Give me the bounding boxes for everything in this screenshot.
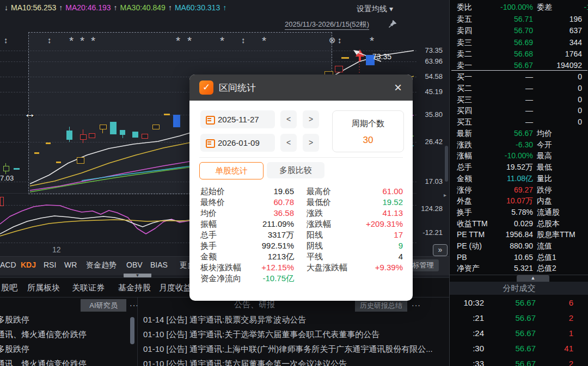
bottom-tab-基金持股[interactable]: 基金持股 [118,283,151,293]
stat-label: 最高价 [307,187,331,197]
tab-multi-stock-compare[interactable]: 多股比较 [267,162,324,178]
start-date-prev-button[interactable]: < [280,110,297,128]
start-date-next-button[interactable]: > [303,110,319,128]
remove-region-icon[interactable]: ⊗ [329,36,336,45]
stat-row: 金额1213亿平线4 [189,252,413,263]
timesales-row[interactable]: :2456.671 [450,328,588,340]
bid-row[interactable]: 买四—0 [450,106,588,117]
news-more-button[interactable]: ··· [412,301,421,309]
trade-price: 56.67 [503,298,536,307]
history-report-summary-button[interactable]: 历史研报总结 [355,299,407,312]
dialog-title: 区间统计 [219,82,256,94]
hot-event-item[interactable]: 通讯、烽火通信竞价跌停 [0,330,133,340]
announcement-item[interactable]: 01-14 [公告] 通宇通讯:股票交易异常波动公告 [143,315,448,325]
panel-resize-arrow-icon[interactable]: ▸ [444,192,446,198]
price-axis-label: 45.19 [410,88,443,96]
collapse-indicator-pane-handle[interactable]: ▼ [124,274,151,277]
price-axis-label: 73.35 [410,46,443,54]
trade-price: 56.67 [503,328,536,338]
ask-row[interactable]: 卖一56.67194092 [450,61,588,72]
bottom-tab-关联证券[interactable]: 关联证券 [72,283,105,293]
end-date-next-button[interactable]: > [303,134,319,152]
quote-side-panel: 委比-100.00%委差-1卖五56.71196卖四56.70637卖三56.6… [449,0,588,366]
hot-event-item[interactable]: 多股跌停 [0,344,133,355]
timesales-row[interactable]: :3356.672 [450,359,588,366]
ask-price: 56.70 [457,26,533,35]
left-list-scrollbar[interactable] [130,317,134,344]
timesales-row[interactable]: :3056.6741 [450,344,588,356]
bid-row[interactable]: 买五—0 [450,117,588,129]
bottom-tab-所属板块[interactable]: 所属板块 [27,283,60,293]
announcement-item[interactable]: 01-10 [公告] 通宇通讯:关于选举第六届董事会职工代表董事的公告 [143,330,448,340]
calendar-icon [206,116,215,125]
end-date-prev-button[interactable]: < [280,134,297,152]
ma-settings-button[interactable]: 设置均线 ▾ [357,4,393,14]
stat-value: 992.51% [238,241,294,250]
announcement-item[interactable]: 01-10 [公告] 通宇通讯:第六届董事会第一次会议决议公告 [143,359,448,366]
hot-event-item[interactable]: 多股跌停 [0,315,133,325]
timesales-row[interactable]: :2156.672 [450,313,588,325]
announcement-item[interactable]: 01-10 [公告] 通宇通讯:上海中联(广州)律师事务所关于广东通宇通讯股份有… [143,344,448,355]
expand-panel-button[interactable]: » [433,244,448,256]
indicator-tab-RSI[interactable]: RSI [44,260,56,269]
trade-time: 10:32 [454,298,484,307]
timesales-row[interactable]: 10:3256.676 [450,298,588,310]
indicator-tab-BIAS[interactable]: BIAS [150,260,168,269]
trade-price: 56.67 [503,313,536,322]
bid-row[interactable]: 买一—0 [450,72,588,84]
bottom-tab-股吧[interactable]: 股吧 [1,283,17,293]
quote-row: 收益TTM0.029总股本 [450,219,588,231]
ask-row[interactable]: 卖五56.71196 [450,15,588,26]
start-date-input[interactable]: 2025-11-27 [200,110,275,128]
indicator-tab-KDJ[interactable]: KDJ [21,260,36,269]
ai-researcher-button[interactable]: AI研究员 [81,299,126,312]
ma-token: ↓ [4,3,8,12]
dialog-header[interactable]: ✓ 区间统计 × [189,75,413,101]
ask-price: 56.68 [457,49,533,58]
indicator-tab-WR[interactable]: WR [64,260,77,269]
quote-label-2: 总股本 [537,219,560,229]
pin-icon[interactable] [388,20,396,28]
ask-row[interactable]: 卖三56.69344 [450,38,588,49]
close-icon[interactable]: × [394,80,402,95]
stat-value: 19.65 [238,187,294,196]
stat-value: 3317万 [238,230,294,240]
ask-volume: 196 [522,15,582,23]
indicator-axis-label: -12.21 [410,228,443,237]
ask-row[interactable]: 卖二56.681764 [450,49,588,61]
stat-label: 阳线 [307,230,323,240]
date-range-link[interactable]: 2025/11/3-2026/1/15(52根) [285,20,369,30]
trade-volume: 1 [541,328,573,338]
bid-row[interactable]: 买二—0 [450,84,588,95]
quote-value: 0.029 [457,219,533,228]
stat-label: 振幅 [200,219,217,229]
trade-volume: 6 [541,298,573,307]
tab-single-stock-stats[interactable]: 单股统计 [199,162,264,179]
ma-token: ↑ [114,3,118,12]
start-date-value: 2025-11-27 [218,110,259,128]
candlestick [14,168,20,170]
indicator-tab-ACD[interactable]: ACD [0,260,16,269]
chart-scrollbar-thumb[interactable] [445,146,448,182]
split-event-icon: ↕ [338,36,342,45]
indicator-tab-OBV[interactable]: OBV [126,260,143,269]
period-count-label: 周期个数 [333,119,403,129]
checkbox-checked-icon[interactable]: ✓ [199,80,213,95]
indicator-tab-资金趋势[interactable]: 资金趋势 [86,260,117,270]
quote-value: 19.52万 [457,163,533,172]
divider [199,157,403,158]
stat-label: 总手 [200,230,217,240]
collapse-timesales-handle[interactable]: ▲ [517,275,549,282]
value: -1 [584,3,588,11]
bid-row[interactable]: 买三—0 [450,95,588,107]
bottom-tab-月度收益[interactable]: 月度收益 [159,283,192,293]
timesales-title: 分时成交 [450,282,588,295]
bid-price: — [457,106,533,115]
split-event-icon: ↕ [241,36,246,45]
end-date-input[interactable]: 2026-01-09 [200,134,275,152]
hot-event-item[interactable]: 通讯、烽火通信竞价跌停 [0,359,133,366]
candlestick [46,142,51,144]
period-count-box[interactable]: 周期个数 30 [332,110,404,152]
ask-volume: 194092 [522,61,582,70]
ask-row[interactable]: 卖四56.70637 [450,26,588,38]
